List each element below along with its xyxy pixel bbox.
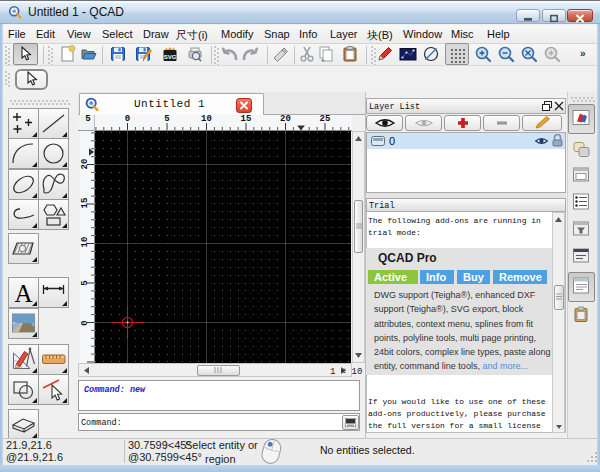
svg-text:+: + bbox=[321, 57, 325, 63]
svg-text:SVG: SVG bbox=[164, 54, 177, 60]
svg-text:A: A bbox=[14, 280, 32, 307]
